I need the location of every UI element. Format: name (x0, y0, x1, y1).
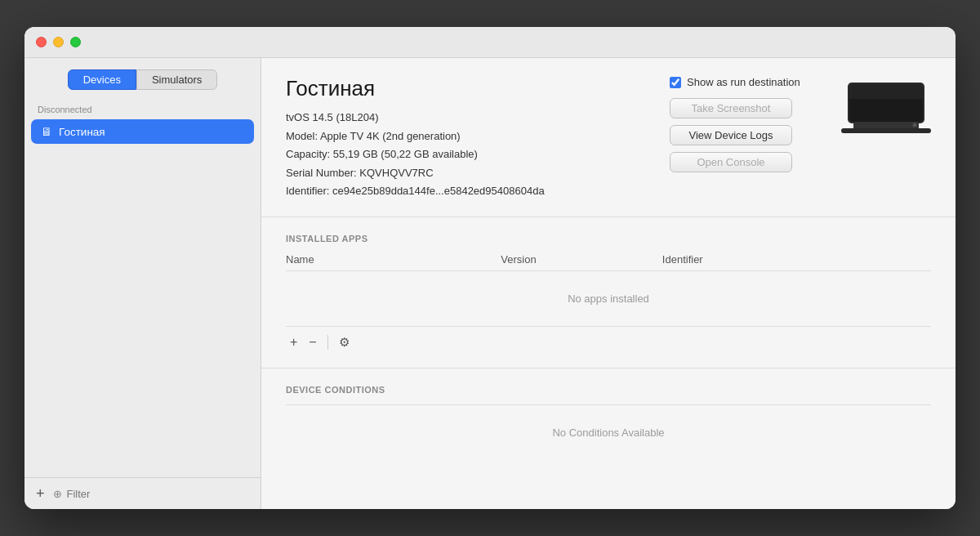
traffic-lights (36, 37, 81, 47)
remove-app-button[interactable]: − (305, 333, 320, 351)
device-actions: Show as run destination Take Screenshot … (670, 76, 817, 172)
device-os: tvOS 14.5 (18L204) (286, 109, 645, 126)
tab-devices[interactable]: Devices (68, 69, 136, 90)
view-device-logs-button[interactable]: View Device Logs (670, 125, 792, 145)
add-device-button[interactable]: + (33, 485, 48, 502)
open-console-button[interactable]: Open Console (670, 152, 792, 172)
device-header: Гостиная tvOS 14.5 (18L204) Model: Apple… (261, 58, 956, 217)
run-destination-checkbox[interactable] (670, 77, 681, 88)
device-title: Гостиная (286, 76, 645, 101)
sidebar: Devices Simulators Disconnected 🖥 Гостин… (24, 58, 261, 509)
device-conditions-section: DEVICE CONDITIONS No Conditions Availabl… (261, 368, 956, 473)
device-info: Гостиная tvOS 14.5 (18L204) Model: Apple… (286, 76, 645, 202)
device-identifier: Identifier: ce94e25b89dda144fe...e5842ed… (286, 183, 645, 199)
svg-rect-2 (849, 84, 923, 99)
add-app-button[interactable]: + (286, 333, 301, 351)
col-header-name: Name (286, 253, 501, 266)
device-capacity: Capacity: 55,19 GB (50,22 GB available) (286, 146, 645, 163)
sidebar-footer: + ⊕ (24, 477, 261, 509)
installed-apps-section: INSTALLED APPS Name Version Identifier N… (261, 217, 956, 368)
svg-point-5 (913, 123, 917, 127)
minimize-button[interactable] (53, 37, 64, 47)
device-conditions-title: DEVICE CONDITIONS (286, 385, 931, 395)
main-content: Гостиная tvOS 14.5 (18L204) Model: Apple… (261, 58, 956, 509)
sidebar-tab-bar: Devices Simulators (24, 58, 261, 98)
svg-rect-4 (841, 128, 931, 133)
installed-apps-title: INSTALLED APPS (286, 234, 931, 243)
sidebar-section-disconnected: Disconnected (24, 98, 261, 118)
device-serial: Serial Number: KQVHQVV7RC (286, 165, 645, 181)
maximize-button[interactable] (70, 37, 81, 47)
device-image (841, 76, 931, 137)
content-area: Devices Simulators Disconnected 🖥 Гостин… (24, 58, 956, 509)
gear-button[interactable]: ⚙ (335, 333, 354, 351)
sidebar-item-gostinaya[interactable]: 🖥 Гостиная (31, 119, 254, 144)
apple-tv-image (841, 76, 931, 137)
filter-input[interactable] (67, 488, 252, 500)
device-model: Model: Apple TV 4K (2nd generation) (286, 128, 645, 145)
no-apps-message: No apps installed (286, 275, 931, 323)
sidebar-item-label: Гостиная (59, 126, 105, 138)
run-destination-row: Show as run destination (670, 76, 800, 88)
apps-table-header: Name Version Identifier (286, 253, 931, 271)
gear-icon: ⚙ (339, 335, 350, 349)
col-header-version: Version (501, 253, 662, 266)
filter-icon: ⊕ (53, 488, 62, 500)
device-icon: 🖥 (41, 125, 52, 138)
col-header-identifier: Identifier (662, 253, 931, 266)
titlebar (24, 27, 956, 58)
no-conditions-message: No Conditions Available (286, 409, 931, 457)
take-screenshot-button[interactable]: Take Screenshot (670, 98, 792, 118)
main-window: Devices Simulators Disconnected 🖥 Гостин… (24, 27, 956, 509)
apps-table-toolbar: + − ⚙ (286, 326, 931, 351)
close-button[interactable] (36, 37, 47, 47)
tab-simulators[interactable]: Simulators (136, 69, 217, 90)
toolbar-divider (327, 335, 328, 350)
run-destination-label: Show as run destination (687, 76, 800, 88)
